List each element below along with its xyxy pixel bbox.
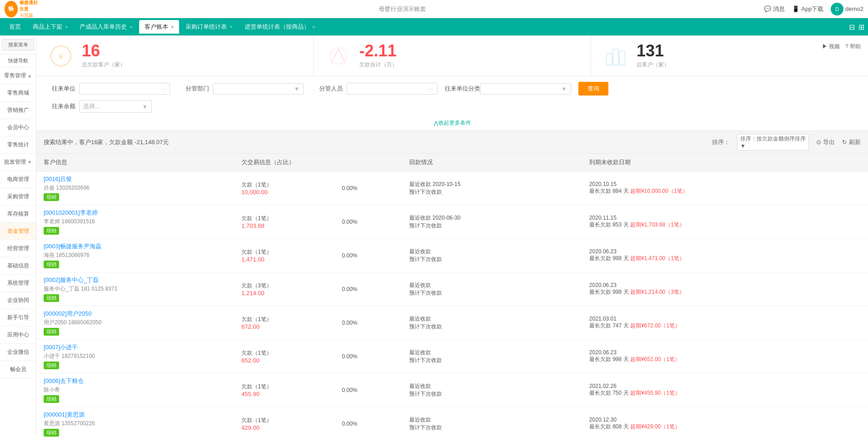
customer-id-link[interactable]: [000001]黄思源 — [44, 411, 227, 419]
export-btn[interactable]: ⊙ 导出 — [816, 138, 835, 146]
next-collect-label: 预计下次收款 — [409, 188, 542, 196]
extra-cell — [835, 239, 868, 272]
avatar: D — [831, 3, 843, 15]
minimize-btn[interactable]: ⊟ — [849, 23, 855, 31]
collect-extra-cell — [549, 373, 582, 407]
sidebar-item-retail-mgmt[interactable]: 零售管理 ▲ — [0, 67, 36, 85]
customer-id-link[interactable]: [0002]服务中心_丁磊 — [44, 276, 227, 284]
person-input[interactable]: ··· — [346, 83, 437, 95]
vendor-search-input[interactable] — [83, 85, 161, 92]
video-btn[interactable]: ▶ 视频 — [822, 43, 840, 50]
dept-select[interactable]: ▼ — [213, 83, 304, 95]
overdue-amount-link[interactable]: 超期¥455.90（1笔） — [630, 390, 680, 396]
sidebar-item-retail-store[interactable]: 零售商城 — [0, 85, 36, 102]
help-btn[interactable]: ? 帮助 — [845, 43, 861, 50]
sidebar-item-newbie[interactable]: 新手引导 — [0, 309, 36, 326]
sidebar-item-basic-info[interactable]: 基础信息 — [0, 257, 36, 275]
close-inventory-tab[interactable]: × — [312, 24, 315, 30]
close-produce-tab[interactable]: × — [130, 24, 132, 30]
sidebar-item-ecommerce[interactable]: 电商管理 — [0, 171, 36, 188]
extra-cell — [835, 407, 868, 437]
owe-percent-cell: 0.00% — [335, 340, 402, 373]
tab-home[interactable]: 首页 — [4, 20, 26, 34]
sort-select[interactable]: 排序：按欠款金额倒序排序 ▼ — [737, 134, 809, 151]
message-icon: 💬 — [764, 5, 771, 12]
maximize-btn[interactable]: ⊞ — [858, 23, 864, 31]
message-btn[interactable]: 💬 消息 — [764, 5, 785, 13]
filter-row-2: 往来余额 选择... ▼ — [44, 100, 861, 113]
tab-produce[interactable]: 产成品入库单历史 × — [74, 20, 138, 34]
owe-percent-cell: 0.00% — [335, 272, 402, 306]
help-icon: ? — [845, 43, 848, 50]
owe-percent-text: 0.00% — [342, 252, 357, 259]
sidebar-item-member[interactable]: 会员中心 — [0, 119, 36, 136]
top-right-area: 💬 消息 📱 App下载 D demo2 — [764, 3, 863, 15]
overdue-amount-link[interactable]: 超期¥1,471.00（1笔） — [630, 255, 685, 261]
person-search-input[interactable] — [351, 85, 428, 92]
user-profile-btn[interactable]: D demo2 — [831, 3, 863, 15]
overdue-days-text: 最长欠款 747 天 超期¥672.00（1笔） — [589, 322, 828, 330]
overdue-amount-link[interactable]: 超期¥10,000.00（1笔） — [630, 188, 688, 194]
overdue-amount-link[interactable]: 超期¥652.00（1笔） — [630, 356, 680, 362]
collect-extra-cell — [549, 272, 582, 306]
close-purchase-tab[interactable]: × — [230, 24, 232, 30]
tab-goods[interactable]: 商品上下架 × — [27, 20, 73, 34]
sidebar-item-inventory-check[interactable]: 库存核算 — [0, 206, 36, 223]
vendor-input[interactable]: ··· — [79, 83, 170, 95]
sidebar-item-marketing[interactable]: 营销推广 — [0, 102, 36, 119]
customer-id-link[interactable]: [0006]去下粮仓 — [44, 377, 227, 385]
sidebar-item-capital[interactable]: 资金管理 — [0, 223, 36, 240]
sidebar-item-vip[interactable]: 畅会员 — [0, 361, 36, 378]
recent-collect-label: 最近收款 — [409, 382, 542, 390]
sidebar: 搜索菜单 快捷导航 零售管理 ▲ 零售商城 营销推广 会员中心 零售统计 批发管… — [0, 35, 36, 437]
owe-percent-text: 0.00% — [342, 185, 357, 191]
customer-id-link[interactable]: [0007]小进干 — [44, 343, 227, 352]
sidebar-item-wechat[interactable]: 企业微信 — [0, 344, 36, 361]
customer-id-link[interactable]: [000002]用户2050 — [44, 310, 227, 318]
overdue-amount-num: -2.11 — [359, 43, 397, 59]
app-download-btn[interactable]: 📱 App下载 — [792, 5, 823, 13]
extra-cell — [835, 306, 868, 340]
sidebar-item-batch-mgmt[interactable]: 批发管理 ▼ — [0, 154, 36, 171]
sidebar-item-purchase-mgmt[interactable]: 采购管理 — [0, 188, 36, 206]
table-row: [0003]畅捷服务尹海蕊 海燕 18513066976 现销 欠款（1笔） 1… — [36, 239, 868, 272]
sidebar-item-retail-stat[interactable]: 零售统计 — [0, 136, 36, 154]
balance-dropdown-icon: ▼ — [142, 103, 148, 110]
collapse-bar[interactable]: ⋀ 收起更多条件 — [44, 117, 861, 131]
overdue-amount-link[interactable]: 超期¥1,214.00（3笔） — [630, 289, 685, 295]
collect-extra-cell — [549, 340, 582, 373]
customer-id-link[interactable]: [0003]畅捷服务尹海蕊 — [44, 242, 227, 251]
logo: 畅 畅捷通好生意 示范版 — [5, 0, 41, 19]
overdue-amount-link[interactable]: 超期¥1,703.68（1笔） — [630, 221, 685, 228]
sidebar-item-apps[interactable]: 应用中心 — [0, 326, 36, 344]
logo-icon: 畅 — [5, 1, 18, 17]
due-date-text: 2021.03.01 — [589, 316, 828, 322]
customer-sub-info: 用户2050 18665062050 — [44, 319, 227, 326]
tab-purchase[interactable]: 采购订单统计表 × — [180, 20, 238, 34]
recent-collect-cell: 最近收款 预计下次收款 — [402, 340, 549, 373]
customer-id-link[interactable]: [0016]吕俊 — [44, 175, 227, 183]
customer-id-link[interactable]: [0001020001]李老师 — [44, 209, 227, 217]
category-dropdown-icon: ▼ — [561, 85, 567, 92]
app-title: 母婴行业演示账套 — [41, 5, 764, 13]
sidebar-item-enterprise[interactable]: 企业协同 — [0, 292, 36, 309]
sidebar-item-system[interactable]: 系统管理 — [0, 275, 36, 292]
owe-percent-text: 0.00% — [342, 286, 357, 292]
overdue-amount-link[interactable]: 超期¥672.00（1笔） — [630, 322, 680, 329]
sidebar-item-operation[interactable]: 经营管理 — [0, 240, 36, 257]
overdue-amount-link[interactable]: 超期¥429.00（1笔） — [630, 423, 680, 430]
refresh-btn[interactable]: ↻ 刷新 — [842, 138, 861, 146]
close-goods-tab[interactable]: × — [65, 24, 68, 30]
category-select[interactable]: ▼ — [480, 83, 571, 95]
refresh-icon: ↻ — [842, 139, 847, 146]
overdue-days-text: 最长欠款 998 天 超期¥1,471.00（1笔） — [589, 255, 828, 262]
quick-nav-btn[interactable]: 快捷导航 — [0, 55, 36, 67]
query-button[interactable]: 查询 — [578, 82, 608, 95]
video-icon: ▶ — [822, 43, 828, 50]
balance-select[interactable]: 选择... ▼ — [79, 100, 152, 113]
tab-customer[interactable]: 客户账本 × — [139, 20, 179, 34]
tab-inventory[interactable]: 进货单统计表（按商品） × — [239, 20, 321, 34]
search-menu-btn[interactable]: 搜索菜单 — [2, 39, 34, 50]
close-customer-tab[interactable]: × — [171, 24, 174, 30]
main-content: ¥ 16 总欠款客户（家） — [36, 35, 868, 437]
